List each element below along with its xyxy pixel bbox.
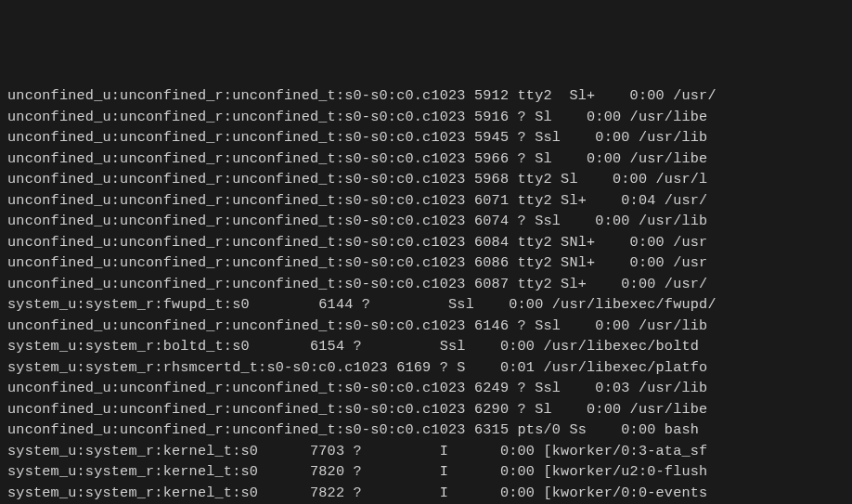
terminal-line: unconfined_u:unconfined_r:unconfined_t:s… [7, 149, 845, 170]
terminal-line: unconfined_u:unconfined_r:unconfined_t:s… [7, 316, 845, 337]
terminal-line: system_u:system_r:kernel_t:s0 7820 ? I 0… [7, 461, 845, 483]
terminal-line: unconfined_u:unconfined_r:unconfined_t:s… [7, 107, 845, 128]
terminal-line: unconfined_u:unconfined_r:unconfined_t:s… [7, 232, 845, 253]
terminal-line: system_u:system_r:rhsmcertd_t:s0-s0:c0.c… [7, 357, 845, 379]
terminal-line: unconfined_u:unconfined_r:unconfined_t:s… [7, 127, 845, 149]
terminal-line: system_u:system_r:kernel_t:s0 7822 ? I 0… [7, 483, 845, 504]
terminal-line: system_u:system_r:kernel_t:s0 7703 ? I 0… [7, 441, 845, 462]
terminal-line: unconfined_u:unconfined_r:unconfined_t:s… [7, 169, 845, 190]
terminal-line: unconfined_u:unconfined_r:unconfined_t:s… [7, 378, 845, 399]
terminal-line: unconfined_u:unconfined_r:unconfined_t:s… [7, 190, 845, 212]
terminal-line: system_u:system_r:boltd_t:s0 6154 ? Ssl … [7, 336, 845, 357]
terminal-line: unconfined_u:unconfined_r:unconfined_t:s… [7, 211, 845, 232]
terminal-line: unconfined_u:unconfined_r:unconfined_t:s… [7, 420, 845, 441]
terminal-line: system_u:system_r:fwupd_t:s0 6144 ? Ssl … [7, 294, 845, 316]
terminal-line: unconfined_u:unconfined_r:unconfined_t:s… [7, 85, 845, 107]
terminal-output[interactable]: unconfined_u:unconfined_r:unconfined_t:s… [7, 85, 845, 504]
terminal-line: unconfined_u:unconfined_r:unconfined_t:s… [7, 274, 845, 295]
terminal-line: unconfined_u:unconfined_r:unconfined_t:s… [7, 252, 845, 274]
terminal-line: unconfined_u:unconfined_r:unconfined_t:s… [7, 399, 845, 420]
